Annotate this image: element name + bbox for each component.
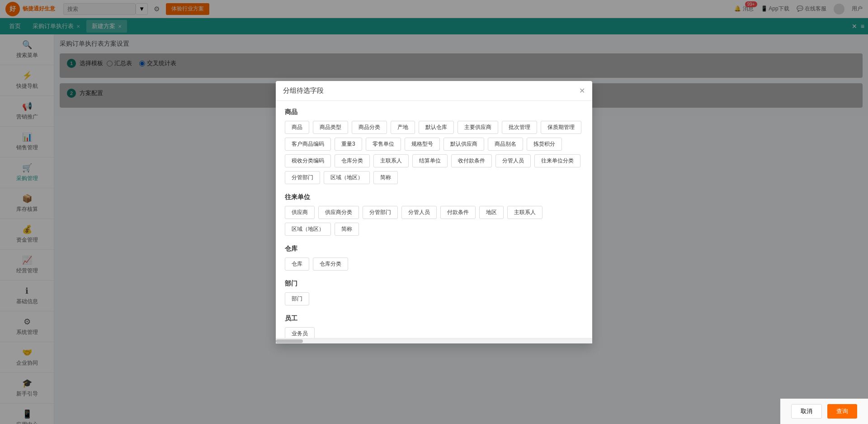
field-tag-0-1[interactable]: 商品类型 [313, 121, 348, 134]
field-tag-0-8[interactable]: 客户商品编码 [285, 138, 331, 151]
group-title-0: 商品 [285, 108, 583, 116]
field-tag-0-3[interactable]: 产地 [391, 121, 415, 134]
field-tag-1-0[interactable]: 供应商 [285, 206, 315, 219]
field-tag-0-5[interactable]: 主要供应商 [458, 121, 498, 134]
field-tag-0-11[interactable]: 规格型号 [405, 138, 440, 151]
field-tag-0-6[interactable]: 批次管理 [502, 121, 537, 134]
group-title-3: 部门 [285, 280, 583, 288]
field-tag-0-17[interactable]: 主联系人 [373, 154, 409, 167]
modal-close-button[interactable]: ✕ [579, 86, 585, 95]
field-tag-0-19[interactable]: 收付款条件 [451, 154, 492, 167]
field-select-modal: 分组待选字段 ✕ 商品商品商品类型商品分类产地默认仓库主要供应商批次管理保质期管… [276, 81, 592, 343]
field-tag-0-9[interactable]: 重量3 [335, 138, 362, 151]
field-tag-3-0[interactable]: 部门 [285, 292, 309, 305]
field-tag-0-14[interactable]: 拣货积分 [527, 138, 562, 151]
field-tag-0-4[interactable]: 默认仓库 [419, 121, 454, 134]
field-tag-0-12[interactable]: 默认供应商 [443, 138, 484, 151]
field-tag-0-20[interactable]: 分管人员 [495, 154, 531, 167]
field-tag-0-15[interactable]: 税收分类编码 [285, 154, 331, 167]
field-tag-1-3[interactable]: 分管人员 [401, 206, 437, 219]
field-tag-0-0[interactable]: 商品 [285, 121, 309, 134]
field-tag-1-1[interactable]: 供应商分类 [318, 206, 359, 219]
field-group-0: 商品商品商品类型商品分类产地默认仓库主要供应商批次管理保质期管理客户商品编码重量… [285, 108, 583, 184]
modal-header: 分组待选字段 ✕ [276, 81, 592, 101]
field-tag-0-16[interactable]: 仓库分类 [335, 154, 370, 167]
field-tag-0-13[interactable]: 商品别名 [488, 138, 523, 151]
modal-horizontal-scrollbar[interactable] [276, 338, 592, 343]
group-title-4: 员工 [285, 314, 583, 323]
field-group-4: 员工业务员 [285, 314, 583, 338]
field-tag-2-1[interactable]: 仓库分类 [313, 257, 348, 271]
field-tag-1-8[interactable]: 简称 [335, 223, 359, 236]
field-tag-1-5[interactable]: 地区 [479, 206, 504, 219]
cancel-button[interactable]: 取消 [791, 404, 822, 419]
field-tag-0-2[interactable]: 商品分类 [352, 121, 387, 134]
confirm-button[interactable]: 查询 [827, 404, 857, 419]
field-group-1: 往来单位供应商供应商分类分管部门分管人员付款条件地区主联系人区域（地区）简称 [285, 193, 583, 236]
field-tag-1-6[interactable]: 主联系人 [507, 206, 542, 219]
field-group-3: 部门部门 [285, 280, 583, 305]
field-tag-0-7[interactable]: 保质期管理 [541, 121, 581, 134]
modal-title: 分组待选字段 [283, 86, 324, 95]
field-tag-0-10[interactable]: 零售单位 [366, 138, 401, 151]
scrollbar-thumb[interactable] [276, 339, 303, 343]
field-tag-0-23[interactable]: 区域（地区） [324, 171, 370, 184]
field-group-2: 仓库仓库仓库分类 [285, 245, 583, 271]
field-tag-0-24[interactable]: 简称 [373, 171, 398, 184]
modal-overlay: 分组待选字段 ✕ 商品商品商品类型商品分类产地默认仓库主要供应商批次管理保质期管… [0, 0, 868, 424]
field-tag-0-21[interactable]: 往来单位分类 [534, 154, 580, 167]
field-tag-4-0[interactable]: 业务员 [285, 327, 315, 338]
field-tag-2-0[interactable]: 仓库 [285, 257, 309, 271]
group-title-2: 仓库 [285, 245, 583, 253]
group-title-1: 往来单位 [285, 193, 583, 201]
field-tag-0-22[interactable]: 分管部门 [285, 171, 320, 184]
field-tag-1-2[interactable]: 分管部门 [363, 206, 398, 219]
field-tag-0-18[interactable]: 结算单位 [412, 154, 448, 167]
field-tag-1-4[interactable]: 付款条件 [440, 206, 476, 219]
field-tag-1-7[interactable]: 区域（地区） [285, 223, 331, 236]
modal-body: 商品商品商品类型商品分类产地默认仓库主要供应商批次管理保质期管理客户商品编码重量… [276, 101, 592, 338]
footer-buttons: 取消 查询 [780, 399, 868, 424]
